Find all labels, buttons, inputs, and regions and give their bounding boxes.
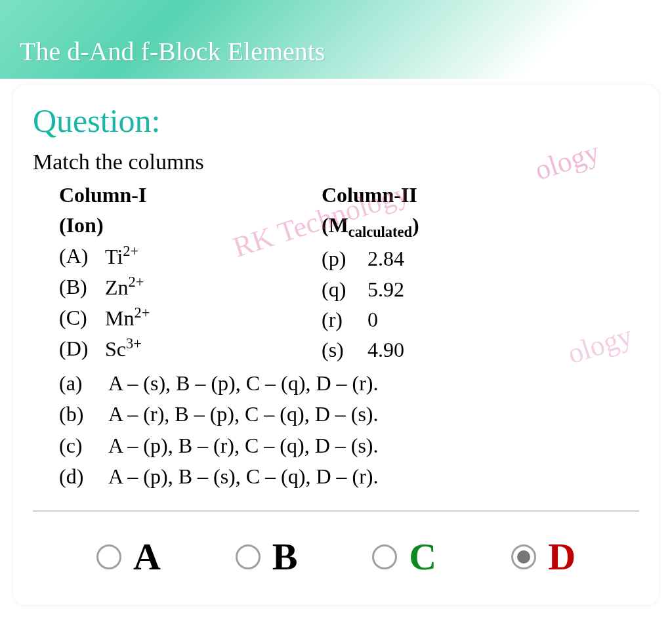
col2-row-s: (s) 4.90 xyxy=(322,335,518,365)
col1-row-d: (D) Sc3+ xyxy=(59,333,322,364)
col1-val-d: Sc3+ xyxy=(105,333,142,364)
col2-row-r: (r) 0 xyxy=(322,304,518,335)
answer-choice-a[interactable]: A xyxy=(96,535,161,579)
col2-key-s: (s) xyxy=(322,335,368,365)
column-1-header: Column-I xyxy=(59,180,322,210)
radio-b[interactable] xyxy=(236,544,261,569)
option-a-key: (a) xyxy=(59,368,108,399)
col2-val-q: 5.92 xyxy=(368,274,404,304)
option-b: (b) A – (r), B – (p), C – (q), D – (s). xyxy=(59,399,639,430)
option-d: (d) A – (p), B – (s), C – (q), D – (r). xyxy=(59,461,639,492)
answer-label-b: B xyxy=(272,535,298,579)
column-2-subheader: (Mcalculated) xyxy=(322,210,518,243)
col1-key-d: (D) xyxy=(59,333,105,364)
option-d-key: (d) xyxy=(59,461,108,492)
option-d-text: A – (p), B – (s), C – (q), D – (r). xyxy=(108,461,379,492)
col1-val-a: Ti2+ xyxy=(105,241,138,272)
col1-key-c: (C) xyxy=(59,302,105,333)
header-banner: The d-And f-Block Elements xyxy=(0,0,672,79)
radio-c[interactable] xyxy=(372,544,397,569)
col1-row-c: (C) Mn2+ xyxy=(59,302,322,333)
answer-label-d: D xyxy=(548,535,576,579)
col2-key-p: (p) xyxy=(322,243,368,274)
answer-choice-d[interactable]: D xyxy=(511,535,576,579)
col2-val-s: 4.90 xyxy=(368,335,404,365)
option-a-text: A – (s), B – (p), C – (q), D – (r). xyxy=(108,368,379,399)
col1-key-b: (B) xyxy=(59,272,105,302)
option-a: (a) A – (s), B – (p), C – (q), D – (r). xyxy=(59,368,639,399)
match-columns: Column-I (Ion) (A) Ti2+ (B) Zn2+ (C) Mn2… xyxy=(59,180,639,365)
divider xyxy=(33,510,639,512)
col1-row-a: (A) Ti2+ xyxy=(59,241,322,272)
option-c-key: (c) xyxy=(59,430,108,461)
option-b-text: A – (r), B – (p), C – (q), D – (s). xyxy=(108,399,379,430)
col1-val-b: Zn2+ xyxy=(105,272,144,302)
col1-row-b: (B) Zn2+ xyxy=(59,272,322,302)
answer-label-c: C xyxy=(409,535,436,579)
answer-choice-b[interactable]: B xyxy=(236,535,298,579)
question-heading: Question: xyxy=(33,102,639,140)
answer-radio-group: A B C D xyxy=(33,535,639,579)
option-b-key: (b) xyxy=(59,399,108,430)
question-card: ology RK Technology ology Question: Matc… xyxy=(13,85,659,605)
col2-val-r: 0 xyxy=(368,304,378,335)
radio-a[interactable] xyxy=(96,544,121,569)
answer-label-a: A xyxy=(133,535,161,579)
option-c: (c) A – (p), B – (r), C – (q), D – (s). xyxy=(59,430,639,461)
chapter-title: The d-And f-Block Elements xyxy=(20,36,672,67)
option-c-text: A – (p), B – (r), C – (q), D – (s). xyxy=(108,430,379,461)
col2-key-q: (q) xyxy=(322,274,368,304)
radio-d[interactable] xyxy=(511,544,536,569)
column-2-header: Column-II xyxy=(322,180,518,210)
question-prompt: Match the columns xyxy=(33,150,639,174)
col2-row-q: (q) 5.92 xyxy=(322,274,518,304)
column-1: Column-I (Ion) (A) Ti2+ (B) Zn2+ (C) Mn2… xyxy=(59,180,322,365)
column-2: Column-II (Mcalculated) (p) 2.84 (q) 5.9… xyxy=(322,180,518,365)
col2-val-p: 2.84 xyxy=(368,243,404,274)
answer-options-list: (a) A – (s), B – (p), C – (q), D – (r). … xyxy=(59,368,639,492)
answer-choice-c[interactable]: C xyxy=(372,535,436,579)
column-1-subheader: (Ion) xyxy=(59,210,322,240)
col2-key-r: (r) xyxy=(322,304,368,335)
col1-val-c: Mn2+ xyxy=(105,302,150,333)
col2-row-p: (p) 2.84 xyxy=(322,243,518,274)
col1-key-a: (A) xyxy=(59,241,105,272)
